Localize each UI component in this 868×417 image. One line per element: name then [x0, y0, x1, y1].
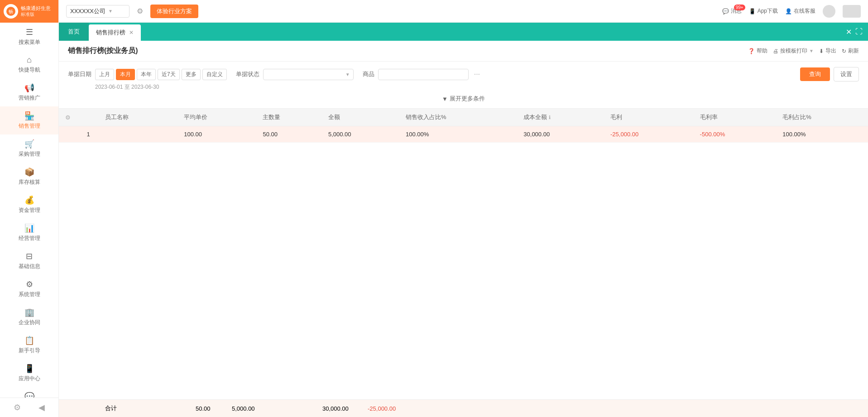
topbar-settings-icon[interactable]: ⚙ — [135, 5, 145, 17]
sidebar-item-system[interactable]: ⚙ 系统管理 — [0, 275, 58, 303]
tab-sales-ranking[interactable]: 销售排行榜 ✕ — [89, 24, 141, 41]
company-selector[interactable]: XXXXXX公司 ▼ — [66, 5, 129, 18]
home-icon: ⌂ — [27, 55, 32, 65]
col-settings[interactable]: ⚙ — [59, 109, 77, 126]
footer-quantity: 50.00 — [196, 405, 232, 412]
filter-area: 单据日期 上月 本月 本年 近7天 更多 自定义 单据状态 — [59, 62, 868, 109]
goods-more-btn[interactable]: ··· — [472, 70, 482, 78]
date-btn-7days[interactable]: 近7天 — [158, 69, 180, 80]
filter-row-1: 单据日期 上月 本月 本年 近7天 更多 自定义 单据状态 — [68, 67, 859, 81]
sidebar-item-label: 库存核算 — [19, 178, 40, 186]
collapse-icon[interactable]: ◀ — [38, 403, 45, 412]
print-label: 按模板打印 — [780, 47, 807, 55]
query-button[interactable]: 查询 — [800, 67, 830, 81]
sidebar-item-enterprise[interactable]: 🏢 企业协同 — [0, 303, 58, 331]
wechat-icon: 💬 — [24, 392, 34, 398]
row-rank: 1 — [77, 126, 100, 143]
sidebar-item-label: 销售管理 — [19, 122, 40, 130]
sidebar-item-inventory[interactable]: 📦 库存核算 — [0, 163, 58, 191]
sidebar-item-finance[interactable]: 💰 资金管理 — [0, 191, 58, 219]
goods-label: 商品 — [363, 70, 374, 78]
sidebar-item-label: 新手引导 — [19, 347, 40, 355]
status-select[interactable] — [263, 69, 354, 80]
tab-close-icon[interactable]: ✕ — [129, 29, 134, 36]
sidebar-item-label: 快捷导航 — [19, 66, 40, 74]
table-body: 1 100.00 50.00 5,000.00 100.00% 30,000.0… — [59, 126, 868, 143]
sidebar-item-marketing[interactable]: 📢 营销推广 — [0, 78, 58, 106]
row-quantity: 50.00 — [257, 126, 322, 143]
search-menu-icon: ☰ — [26, 27, 33, 37]
print-dropdown-icon: ▼ — [809, 48, 814, 53]
service-button[interactable]: 👤 在线客服 — [785, 7, 815, 15]
sidebar-item-search[interactable]: ☰ 搜索菜单 — [0, 23, 58, 51]
expand-more-btn[interactable]: ▼ 展开更多条件 — [68, 95, 859, 103]
help-button[interactable]: ❓ 帮助 — [748, 47, 767, 55]
page-actions: ❓ 帮助 🖨 按模板打印 ▼ ⬇ 导出 ↻ 刷新 — [748, 47, 859, 55]
fullscreen-icon[interactable]: ⛶ — [855, 28, 863, 36]
help-label: 帮助 — [757, 47, 767, 55]
col-avg-price: 平均单价 — [178, 109, 257, 126]
sidebar: 畅 畅康通好生意 标准版 ☰ 搜索菜单 ⌂ 快捷导航 📢 营销推广 🏪 销售管理… — [0, 0, 59, 417]
sidebar-item-basic[interactable]: ⊟ 基础信息 — [0, 247, 58, 275]
company-dropdown-arrow: ▼ — [108, 9, 113, 14]
row-name — [100, 126, 178, 143]
tabbar: 首页 销售排行榜 ✕ ✕ ⛶ — [59, 23, 868, 41]
sidebar-bottom: ⚙ ◀ — [0, 398, 58, 417]
settings-bottom-icon[interactable]: ⚙ — [14, 403, 21, 412]
sidebar-item-guide[interactable]: 📋 新手引导 — [0, 331, 58, 359]
footer-gross: -25,000.00 — [368, 405, 413, 412]
sidebar-item-wechat[interactable]: 💬 企业微信 — [0, 387, 58, 398]
table-footer: 合计 50.00 5,000.00 30,000.00 -25,000.00 — [59, 399, 868, 417]
sidebar-item-purchase[interactable]: 🛒 采购管理 — [0, 134, 58, 163]
purchase-icon: 🛒 — [24, 139, 34, 149]
close-window-icon[interactable]: ✕ — [846, 28, 852, 36]
tab-label: 销售排行榜 — [96, 29, 125, 37]
sidebar-item-operations[interactable]: 📊 经营管理 — [0, 219, 58, 247]
date-btn-last-month[interactable]: 上月 — [95, 69, 114, 80]
refresh-icon: ↻ — [842, 48, 846, 54]
cost-info-icon[interactable]: ℹ — [549, 115, 551, 120]
status-select-wrapper: ▼ — [263, 69, 354, 80]
sidebar-item-apps[interactable]: 📱 应用中心 — [0, 359, 58, 387]
tab-home-label: 首页 — [68, 28, 80, 36]
tab-actions: ✕ ⛶ — [840, 23, 868, 41]
system-icon: ⚙ — [26, 279, 33, 289]
date-btn-this-month[interactable]: 本月 — [116, 69, 135, 80]
logo-icon: 畅 — [4, 4, 18, 19]
refresh-button[interactable]: ↻ 刷新 — [842, 47, 859, 55]
date-btn-custom[interactable]: 自定义 — [202, 69, 227, 80]
message-button[interactable]: 💬 消息 99+ — [722, 7, 742, 15]
row-gross-rate: -500.00% — [695, 126, 777, 143]
row-gross-pct: 100.00% — [777, 126, 868, 143]
sidebar-item-label: 应用中心 — [19, 375, 40, 383]
trial-button[interactable]: 体验行业方案 — [150, 5, 198, 18]
export-icon: ⬇ — [819, 48, 824, 54]
tab-spacer — [141, 23, 840, 41]
date-filter: 单据日期 上月 本月 本年 近7天 更多 自定义 — [68, 69, 227, 80]
logo-sub: 标准版 — [21, 11, 51, 18]
row-cost: 30,000.00 — [518, 126, 605, 143]
goods-input[interactable] — [378, 69, 469, 80]
sidebar-item-label: 营销推广 — [19, 94, 40, 102]
date-range-display: 2023-06-01 至 2023-06-30 — [95, 83, 859, 91]
app-download-button[interactable]: 📱 App下载 — [749, 7, 778, 15]
col-sales-pct: 销售收入占比% — [400, 109, 518, 126]
operations-icon: 📊 — [24, 223, 34, 233]
tab-home[interactable]: 首页 — [59, 23, 89, 41]
enterprise-icon: 🏢 — [24, 307, 34, 317]
expand-icon: ▼ — [442, 96, 448, 102]
sidebar-item-label: 采购管理 — [19, 150, 40, 158]
company-name: XXXXXX公司 — [70, 7, 106, 15]
print-button[interactable]: 🖨 按模板打印 ▼ — [773, 47, 814, 55]
sidebar-item-sales[interactable]: 🏪 销售管理 — [0, 106, 58, 134]
user-avatar[interactable] — [823, 5, 835, 18]
sidebar-item-shortcut[interactable]: ⌂ 快捷导航 — [0, 51, 58, 78]
date-btn-this-year[interactable]: 本年 — [137, 69, 156, 80]
footer-cells: 合计 50.00 5,000.00 30,000.00 -25,000.00 — [64, 404, 863, 412]
export-button[interactable]: ⬇ 导出 — [819, 47, 836, 55]
col-gross-rate: 毛利率 — [695, 109, 777, 126]
settings-button[interactable]: 设置 — [834, 67, 859, 81]
page-title: 销售排行榜(按业务员) — [68, 46, 138, 56]
date-btn-more[interactable]: 更多 — [182, 69, 201, 80]
page-header: 销售排行榜(按业务员) ❓ 帮助 🖨 按模板打印 ▼ ⬇ 导出 ↻ 刷新 — [59, 41, 868, 62]
